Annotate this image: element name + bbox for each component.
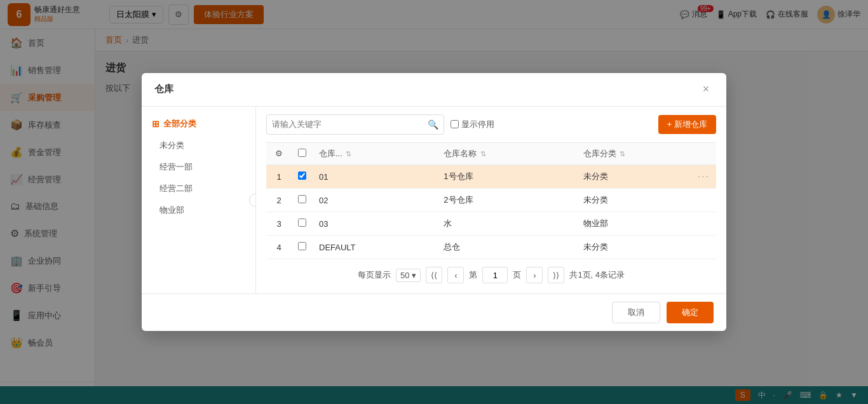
category-item-unclassified[interactable]: 未分类	[142, 135, 255, 156]
row-checkbox[interactable]	[298, 172, 306, 180]
row-code: DEFAULT	[313, 236, 437, 259]
category-item-ops2[interactable]: 经营二部	[142, 178, 255, 199]
modal-footer: 取消 确定	[142, 293, 726, 331]
row-checkbox-cell	[292, 165, 313, 189]
page-label: 第	[469, 269, 477, 281]
confirm-button[interactable]: 确定	[667, 302, 714, 323]
col-gear: ⚙	[266, 142, 292, 165]
row-checkbox[interactable]	[298, 195, 306, 203]
row-name: 水	[437, 212, 576, 236]
category-all[interactable]: ⊞ 全部分类	[142, 113, 255, 135]
table-row[interactable]: 1 01 1号仓库 未分类 ···	[266, 165, 716, 189]
select-all-checkbox[interactable]	[298, 149, 306, 157]
table-container: ⚙ 仓库... ⇅ 仓库名称	[266, 142, 716, 260]
row-checkbox-cell	[292, 236, 313, 259]
modal-body: ⊞ 全部分类 未分类 经营一部 经营二部 物业部 《 🔍	[142, 107, 726, 294]
row-checkbox-cell	[292, 212, 313, 236]
col-checkbox	[292, 142, 313, 165]
row-category: 未分类	[577, 189, 716, 212]
sort-category-icon: ⇅	[620, 150, 625, 158]
row-code: 03	[313, 212, 437, 236]
table-toolbar: 🔍 显示停用 + 新增仓库	[266, 114, 716, 135]
col-code: 仓库... ⇅	[313, 142, 437, 165]
per-page-select[interactable]: 50 ▾	[396, 269, 421, 282]
table-row[interactable]: 2 02 2号仓库 未分类	[266, 189, 716, 212]
modal-close-button[interactable]: ×	[698, 82, 714, 97]
cancel-button[interactable]: 取消	[612, 302, 660, 323]
search-box: 🔍	[266, 114, 444, 135]
show-disabled-checkbox[interactable]	[451, 120, 459, 128]
last-page-button[interactable]: ⟩⟩	[548, 267, 564, 283]
row-num: 2	[266, 189, 292, 212]
sort-name-icon: ⇅	[480, 150, 486, 158]
category-all-label: 全部分类	[163, 118, 196, 130]
prev-page-button[interactable]: ‹	[447, 267, 464, 283]
chevron-down-icon: ▾	[412, 271, 416, 280]
page-summary: 共1页, 4条记录	[569, 269, 625, 281]
row-name: 1号仓库	[437, 165, 576, 189]
per-page-label: 每页显示	[358, 269, 391, 281]
row-checkbox-cell	[292, 189, 313, 212]
category-item-property[interactable]: 物业部	[142, 199, 255, 221]
row-code: 01	[313, 165, 437, 189]
col-name: 仓库名称 ⇅	[437, 142, 576, 165]
sort-code-icon: ⇅	[346, 150, 351, 158]
search-input[interactable]	[272, 119, 428, 129]
row-code: 02	[313, 189, 437, 212]
warehouse-modal: 仓库 × ⊞ 全部分类 未分类 经营一部 经营二部 物业部 《	[142, 73, 726, 332]
row-category: 物业部	[577, 212, 716, 236]
modal-title: 仓库	[154, 83, 173, 95]
next-page-button[interactable]: ›	[526, 267, 543, 283]
search-icon[interactable]: 🔍	[428, 119, 438, 130]
modal-header: 仓库 ×	[142, 73, 726, 107]
page-unit: 页	[513, 269, 521, 281]
row-num: 1	[266, 165, 292, 189]
col-category: 仓库分类 ⇅	[577, 142, 716, 165]
row-num: 3	[266, 212, 292, 236]
table-area: 🔍 显示停用 + 新增仓库 ⚙	[256, 107, 726, 294]
page-input[interactable]	[482, 267, 508, 283]
row-name: 总仓	[437, 236, 576, 259]
row-category: 未分类 ···	[577, 165, 716, 189]
first-page-button[interactable]: ⟨⟨	[426, 267, 442, 283]
show-disabled-label[interactable]: 显示停用	[451, 119, 494, 130]
grid-icon: ⊞	[152, 119, 159, 129]
category-item-ops1[interactable]: 经营一部	[142, 156, 255, 178]
table-row[interactable]: 4 DEFAULT 总仓 未分类	[266, 236, 716, 259]
row-category: 未分类	[577, 236, 716, 259]
row-more-button[interactable]: ···	[698, 171, 710, 182]
modal-overlay: 仓库 × ⊞ 全部分类 未分类 经营一部 经营二部 物业部 《	[0, 0, 868, 404]
table-row[interactable]: 3 03 水 物业部	[266, 212, 716, 236]
add-warehouse-button[interactable]: + 新增仓库	[658, 115, 716, 134]
row-checkbox[interactable]	[298, 219, 306, 227]
row-checkbox[interactable]	[298, 242, 306, 250]
pagination: 每页显示 50 ▾ ⟨⟨ ‹ 第 页 › ⟩⟩ 共1页, 4条记录	[266, 259, 716, 286]
row-num: 4	[266, 236, 292, 259]
warehouse-table: ⚙ 仓库... ⇅ 仓库名称	[266, 142, 716, 260]
category-sidebar: ⊞ 全部分类 未分类 经营一部 经营二部 物业部 《	[142, 107, 256, 294]
gear-icon: ⚙	[275, 149, 283, 158]
row-name: 2号仓库	[437, 189, 576, 212]
